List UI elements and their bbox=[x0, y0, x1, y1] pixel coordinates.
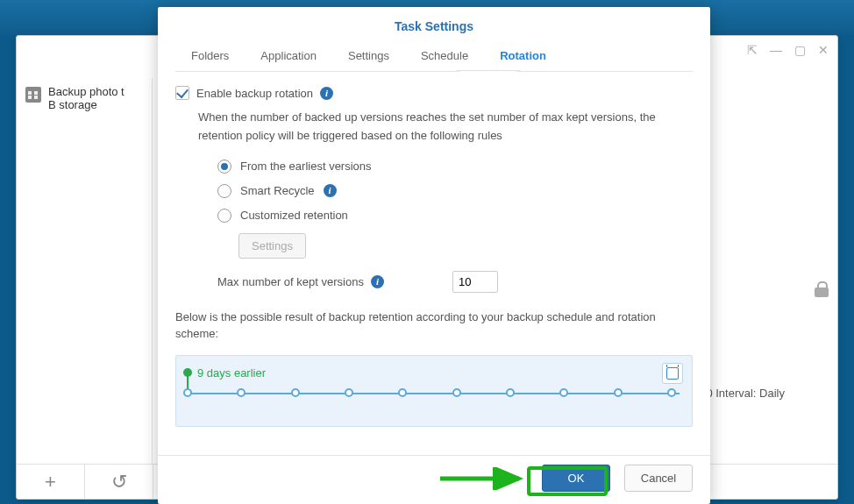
dialog-body: Enable backup rotation i When the number… bbox=[158, 72, 710, 455]
info-icon[interactable]: i bbox=[320, 87, 333, 100]
timeline-point bbox=[506, 388, 515, 397]
timeline-point bbox=[345, 388, 353, 397]
tab-folders[interactable]: Folders bbox=[175, 42, 245, 71]
ok-button[interactable]: OK bbox=[542, 465, 610, 492]
backup-task-item[interactable]: Backup photo t B storage bbox=[17, 78, 152, 118]
timeline-line bbox=[185, 393, 680, 394]
maximize-icon[interactable]: ▢ bbox=[794, 43, 806, 57]
radio-customized-label: Customized retention bbox=[240, 209, 348, 222]
timeline-point bbox=[667, 388, 676, 397]
radio-from-earliest[interactable] bbox=[217, 160, 231, 174]
timeline-start-label: 9 days earlier bbox=[197, 366, 266, 380]
task-grid-icon bbox=[25, 87, 41, 103]
window-controls: ⇱ — ▢ ✕ bbox=[747, 43, 829, 57]
tab-rotation[interactable]: Rotation bbox=[484, 42, 562, 71]
rotation-description: When the number of backed up versions re… bbox=[198, 109, 693, 146]
calendar-button[interactable] bbox=[662, 363, 683, 384]
tab-application[interactable]: Application bbox=[245, 42, 332, 71]
max-versions-input[interactable] bbox=[452, 271, 498, 293]
task-settings-dialog: Task Settings Folders Application Settin… bbox=[158, 7, 710, 504]
calendar-icon bbox=[666, 367, 679, 380]
radio-from-earliest-label: From the earliest versions bbox=[240, 160, 372, 173]
retention-timeline: 9 days earlier bbox=[175, 355, 693, 427]
task-name-line2: B storage bbox=[48, 98, 125, 111]
timeline-point bbox=[183, 388, 192, 397]
dialog-footer: OK Cancel bbox=[158, 455, 710, 504]
tab-schedule[interactable]: Schedule bbox=[405, 42, 484, 71]
minimize-icon[interactable]: — bbox=[770, 43, 782, 57]
radio-smart-recycle[interactable] bbox=[217, 184, 231, 198]
enable-rotation-checkbox[interactable] bbox=[175, 86, 189, 100]
retention-radio-group: From the earliest versions Smart Recycle… bbox=[217, 160, 693, 223]
close-icon[interactable]: ✕ bbox=[818, 43, 829, 57]
side-lock-icon[interactable] bbox=[815, 281, 829, 297]
max-versions-label: Max number of kept versions bbox=[217, 275, 364, 288]
history-button[interactable]: ↺ bbox=[85, 465, 153, 499]
timeline-point bbox=[237, 388, 246, 397]
info-icon[interactable]: i bbox=[371, 275, 384, 288]
timeline-point bbox=[614, 388, 623, 397]
tab-bar: Folders Application Settings Schedule Ro… bbox=[158, 42, 710, 71]
timeline-description: Below is the possible result of backup r… bbox=[175, 309, 693, 343]
timeline-point bbox=[291, 388, 300, 397]
timeline-point bbox=[452, 388, 461, 397]
enable-rotation-label: Enable backup rotation bbox=[196, 87, 313, 100]
tab-settings[interactable]: Settings bbox=[332, 42, 405, 71]
info-icon[interactable]: i bbox=[324, 184, 337, 197]
retention-settings-button: Settings bbox=[238, 233, 306, 259]
cancel-button[interactable]: Cancel bbox=[624, 465, 693, 492]
backup-task-sidebar: Backup photo t B storage bbox=[17, 78, 153, 464]
pin-icon[interactable]: ⇱ bbox=[747, 43, 758, 57]
timeline-point bbox=[559, 388, 568, 397]
radio-smart-recycle-label: Smart Recycle bbox=[240, 184, 315, 197]
radio-customized[interactable] bbox=[217, 209, 231, 223]
add-task-button[interactable]: + bbox=[17, 465, 85, 499]
task-name-line1: Backup photo t bbox=[48, 85, 125, 98]
dialog-title: Task Settings bbox=[158, 7, 710, 42]
timeline-point bbox=[398, 388, 407, 397]
annotation-arrow bbox=[438, 467, 526, 490]
